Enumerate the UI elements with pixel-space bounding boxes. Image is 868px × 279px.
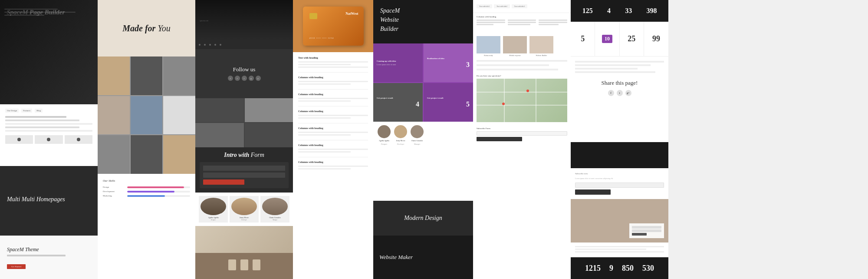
map-pin-1 bbox=[526, 90, 529, 92]
overlay-btn[interactable] bbox=[632, 233, 647, 236]
sub2-input[interactable] bbox=[575, 183, 664, 188]
form-field-2[interactable] bbox=[203, 173, 285, 178]
share-icon-tw[interactable]: t bbox=[617, 90, 623, 96]
divider-2 bbox=[298, 89, 368, 90]
grid-item-2 bbox=[35, 135, 62, 144]
heading-7: Columns with heading bbox=[298, 161, 368, 163]
mini-cols-1 bbox=[477, 20, 567, 33]
social-ig[interactable]: i bbox=[242, 76, 247, 81]
share-icon-fb[interactable]: f bbox=[608, 90, 614, 96]
tab-3[interactable]: Text with title3 bbox=[512, 4, 527, 8]
tab-1[interactable]: Text with title1 bbox=[477, 4, 492, 8]
tab-2[interactable]: Text with title2 bbox=[494, 4, 510, 8]
skill-design: Design bbox=[103, 186, 190, 188]
top-stat-3: 33 bbox=[625, 7, 632, 15]
col-line-1 bbox=[477, 20, 505, 21]
sub2-text: Lorem ipsum dolor sit amet consectetur a… bbox=[575, 177, 664, 180]
purple-title-4: Get project result bbox=[427, 97, 470, 99]
bottom-stats-bar: 1215 9 850 530 bbox=[571, 257, 668, 279]
panel-maps-subscribe: Text with title1 Text with title2 Text w… bbox=[473, 0, 571, 279]
content-section-2: Columns with heading bbox=[298, 76, 368, 85]
subscribe-btn[interactable] bbox=[477, 137, 522, 141]
col-1 bbox=[477, 20, 505, 33]
sub2-btn[interactable] bbox=[575, 189, 611, 195]
stat-line-1 bbox=[575, 61, 664, 63]
gallery-4 bbox=[245, 123, 293, 147]
grid-cell-6 bbox=[163, 96, 195, 135]
top-stat-2: 4 bbox=[607, 7, 611, 15]
col-2 bbox=[508, 20, 536, 33]
panel4-content: Text with heading Columns with heading C… bbox=[293, 52, 373, 279]
grid-cell-2 bbox=[131, 56, 163, 95]
share-icon-gp[interactable]: g+ bbox=[625, 90, 631, 96]
social-icons: f t i g y bbox=[228, 76, 261, 81]
stat-num-1: 125 bbox=[582, 7, 593, 15]
team-role-b: Developer bbox=[397, 143, 404, 145]
grid-num-3: 25 bbox=[628, 34, 635, 43]
divider-1 bbox=[298, 72, 368, 73]
panel3-top-inner: spacem.com bbox=[195, 0, 293, 41]
social-gp[interactable]: g bbox=[249, 76, 254, 81]
top-stat-4: 398 bbox=[646, 7, 657, 15]
maker-text: Website Maker bbox=[379, 254, 413, 261]
content-section-6: Columns with heading bbox=[298, 144, 368, 153]
form-field-1[interactable] bbox=[203, 166, 285, 171]
grid-num-2: 10 bbox=[602, 35, 612, 43]
nav-item-pricing: Blog bbox=[35, 109, 43, 113]
social-yt[interactable]: y bbox=[256, 76, 261, 81]
team-role-a: Designer bbox=[381, 143, 387, 145]
panel5-maker: Website Maker bbox=[373, 236, 473, 279]
col-heading-1: Columns with heading bbox=[477, 16, 567, 18]
bottom-stat-1: 1215 bbox=[585, 264, 601, 273]
title-2: Developer bbox=[231, 219, 257, 221]
skill-mkt-label: Marketing bbox=[103, 195, 125, 197]
subscribe-input[interactable] bbox=[477, 131, 567, 136]
intro-title: Intro with Form bbox=[224, 152, 264, 159]
team-name-b: Jenny Moore bbox=[396, 140, 405, 142]
social-tw[interactable]: t bbox=[235, 76, 240, 81]
theme-btn[interactable]: Get Started bbox=[7, 264, 26, 269]
theme-title: SpaceM Theme bbox=[7, 246, 39, 253]
col-line-8 bbox=[539, 22, 567, 23]
chair-2 bbox=[240, 259, 248, 270]
made-italic: You bbox=[158, 23, 170, 33]
bot-num-2: 9 bbox=[609, 264, 613, 273]
col-line-2 bbox=[477, 22, 505, 23]
panel2-photo-grid bbox=[98, 56, 195, 174]
heading-4: Columns with heading bbox=[298, 110, 368, 113]
heading-1: Text with heading bbox=[298, 56, 368, 59]
panel4-hero: NatWest 4532 •••• •••• 1234 bbox=[293, 0, 373, 52]
made-title: Made for You bbox=[122, 23, 170, 33]
panel-made-for-you: Made for You Our Skills Design Develop bbox=[98, 0, 195, 279]
mini-row-4 bbox=[5, 126, 79, 128]
nav-dot-5 bbox=[220, 44, 221, 46]
map-pin-2 bbox=[502, 103, 505, 105]
panel-natwest: NatWest 4532 •••• •••• 1234 Text with he… bbox=[293, 0, 373, 279]
bot-line-3 bbox=[575, 251, 664, 252]
team-member-c: Charis Gonzalez Manager bbox=[411, 125, 424, 145]
col-line-9 bbox=[539, 24, 559, 25]
road-v-2 bbox=[536, 79, 536, 122]
bot-num-3: 850 bbox=[622, 264, 634, 273]
sub2-title: Subscribe now bbox=[575, 173, 664, 175]
grid-cell-3 bbox=[163, 56, 195, 95]
skill-dev-fill bbox=[127, 191, 174, 193]
team-avatar-a bbox=[378, 125, 391, 138]
share-section: Share this page! f t g+ bbox=[575, 80, 664, 96]
deco-lines bbox=[4, 9, 93, 18]
social-fb[interactable]: f bbox=[228, 76, 233, 81]
team-name-c: Charis Gonzalez bbox=[411, 140, 423, 142]
retina-label-1: Retina ready bbox=[484, 54, 493, 56]
map-bg bbox=[477, 79, 567, 122]
team-member-3: Charis Gonzalez Manager bbox=[260, 196, 289, 223]
logo-spacem: SpaceM bbox=[380, 7, 400, 14]
panel1-hero: SpaceM Page Builder bbox=[0, 0, 98, 104]
line-11 bbox=[298, 134, 351, 136]
panel5-content: Agatha Agatha Designer Jenny Moore Devel… bbox=[373, 122, 473, 201]
form-submit[interactable] bbox=[203, 179, 244, 185]
share-icons: f t g+ bbox=[575, 90, 664, 96]
skill-dev-label: Development bbox=[103, 190, 125, 193]
divider-4 bbox=[298, 123, 368, 123]
retina-thumb-3 bbox=[529, 36, 553, 53]
top-stat-1: 125 bbox=[582, 7, 593, 15]
